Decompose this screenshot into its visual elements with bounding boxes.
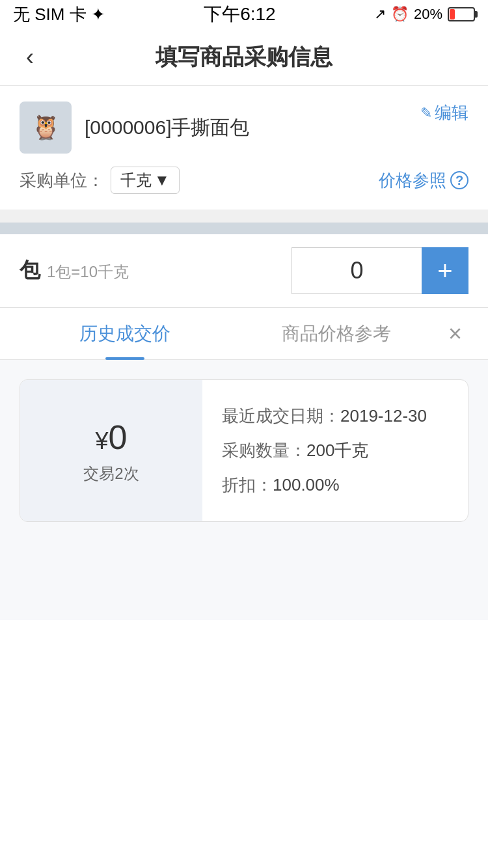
tab-history-price[interactable]: 历史成交价 [20, 308, 230, 360]
status-left: 无 SIM 卡 ✦ [13, 3, 105, 26]
status-time: 下午6:12 [204, 2, 276, 27]
unit-main: 包 [20, 256, 40, 285]
price-value: ¥0 [96, 418, 128, 457]
navigation-arrow: ↗ [374, 6, 386, 23]
quantity-plus-button[interactable]: + [422, 247, 468, 294]
status-bar: 无 SIM 卡 ✦ 下午6:12 ↗ ⏰ 20% [0, 0, 488, 29]
quantity-input-area: + [291, 247, 468, 294]
product-section: 🦉 [0000006]手撕面包 ✎ 编辑 采购单位： 千克 ▼ 价格参照 ? [0, 86, 488, 210]
alarm-icon: ⏰ [391, 6, 409, 23]
battery-icon [448, 7, 475, 21]
unit-conversion: 1包=10千克 [47, 262, 129, 282]
tab-header: 历史成交价 商品价格参考 × [0, 308, 488, 360]
yen-symbol: ¥ [96, 427, 109, 454]
price-card-left: ¥0 交易2次 [20, 380, 202, 521]
price-reference-button[interactable]: 价格参照 ? [379, 169, 468, 192]
tab-product-price-ref[interactable]: 商品价格参考 [230, 308, 441, 360]
recent-date-row: 最近成交日期：2019-12-30 [222, 403, 448, 429]
quantity-section: 包 1包=10千克 + [0, 234, 488, 307]
no-sim-text: 无 SIM 卡 ✦ [13, 3, 105, 26]
product-meta: 采购单位： 千克 ▼ 价格参照 ? [20, 167, 468, 194]
tab-close-button[interactable]: × [442, 314, 468, 354]
nav-bar: ‹ 填写商品采购信息 [0, 29, 488, 86]
battery-percent: 20% [414, 6, 442, 23]
help-icon: ? [450, 171, 468, 189]
purchase-quantity-row: 采购数量：200千克 [222, 438, 448, 463]
product-owl-logo: 🦉 [31, 116, 61, 139]
content-area: ¥0 交易2次 最近成交日期：2019-12-30 采购数量：200千克 折扣：… [0, 360, 488, 620]
product-thumbnail: 🦉 [20, 102, 72, 154]
bottom-area [0, 620, 488, 868]
history-price-card: ¥0 交易2次 最近成交日期：2019-12-30 采购数量：200千克 折扣：… [20, 379, 468, 522]
quantity-input[interactable] [291, 247, 422, 294]
page-title: 填写商品采购信息 [156, 42, 332, 72]
price-trades: 交易2次 [83, 463, 139, 484]
tab-section: 历史成交价 商品价格参考 × ¥0 交易2次 最近成交日期：2019-12-30… [0, 307, 488, 620]
product-header: 🦉 [0000006]手撕面包 ✎ 编辑 [20, 102, 468, 154]
product-name: [0000006]手撕面包 [85, 114, 249, 141]
discount-row: 折扣：100.00% [222, 472, 448, 498]
edit-icon: ✎ [420, 105, 432, 122]
gray-divider [0, 223, 488, 234]
product-left: 🦉 [0000006]手撕面包 [20, 102, 249, 154]
price-card-right: 最近成交日期：2019-12-30 采购数量：200千克 折扣：100.00% [202, 380, 468, 521]
unit-label: 采购单位： 千克 ▼ [20, 167, 180, 194]
unit-select[interactable]: 千克 ▼ [111, 167, 180, 194]
quantity-label: 包 1包=10千克 [20, 256, 129, 285]
edit-button[interactable]: ✎ 编辑 [420, 102, 468, 124]
back-button[interactable]: ‹ [20, 37, 40, 77]
status-right: ↗ ⏰ 20% [374, 6, 475, 23]
